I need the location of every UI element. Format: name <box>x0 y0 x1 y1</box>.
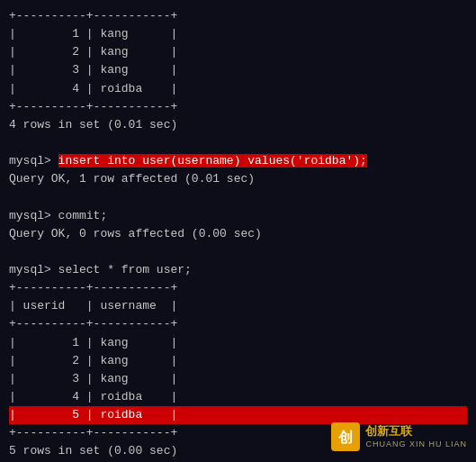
prompt-text: mysql> <box>9 154 58 168</box>
query-ok-commit: Query OK, 0 rows affected (0.00 sec) <box>9 225 467 243</box>
watermark-logo: 创 <box>331 422 360 451</box>
empty-line-3 <box>9 243 467 261</box>
insert-command-line: mysql> insert into user(username) values… <box>9 152 467 170</box>
query-ok-1: Query OK, 1 row affected (0.01 sec) <box>9 170 467 188</box>
table-row: | 3 | kang | <box>9 61 467 79</box>
empty-line-2 <box>9 188 467 206</box>
table-row: | 1 | kang | <box>9 334 467 352</box>
insert-command: insert into user(username) values('roidb… <box>58 154 367 168</box>
table-row: | 2 | kang | <box>9 352 467 370</box>
table-row: | 1 | kang | <box>9 25 467 43</box>
logo-icon: 创 <box>333 424 358 449</box>
table-border-bottom: +----------+-----------+ <box>9 98 467 116</box>
svg-text:创: 创 <box>337 430 353 445</box>
table-border-top: +----------+-----------+ <box>9 7 467 25</box>
empty-line <box>9 134 467 152</box>
watermark: 创 创新互联 CHUANG XIN HU LIAN <box>331 422 467 451</box>
table2-border-top: +----------+-----------+ <box>9 279 467 297</box>
table2-header-border: +----------+-----------+ <box>9 315 467 333</box>
table2-header: | userid | username | <box>9 297 467 315</box>
watermark-subtitle: CHUANG XIN HU LIAN <box>365 439 467 450</box>
terminal-window: +----------+-----------+ | 1 | kang | | … <box>0 0 476 462</box>
table-row: | 4 | roidba | <box>9 80 467 98</box>
select-command: mysql> select * from user; <box>9 261 467 279</box>
watermark-title: 创新互联 <box>365 424 467 439</box>
commit-command: mysql> commit; <box>9 207 467 225</box>
watermark-text-block: 创新互联 CHUANG XIN HU LIAN <box>365 424 467 450</box>
table-row: | 2 | kang | <box>9 43 467 61</box>
rows-count: 4 rows in set (0.01 sec) <box>9 116 467 134</box>
table-row: | 4 | roidba | <box>9 388 467 406</box>
table-row: | 3 | kang | <box>9 370 467 388</box>
